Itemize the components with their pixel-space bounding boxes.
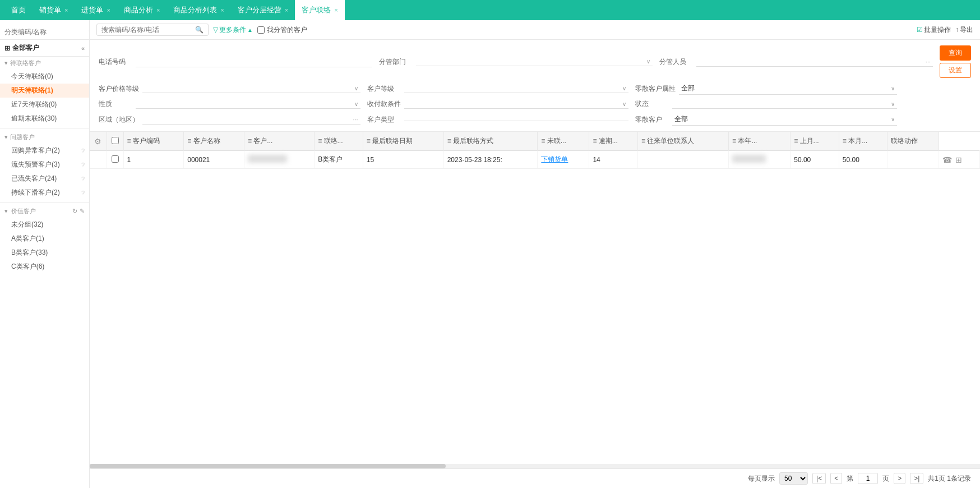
collapse-sidebar-icon[interactable]: « xyxy=(81,45,85,52)
grid-icon: ⊞ xyxy=(4,44,10,52)
close-product-list-icon[interactable]: × xyxy=(220,7,224,13)
sidebar-item-churned[interactable]: 已流失客户(24) ? xyxy=(0,172,89,186)
filter-payment-select[interactable]: ∨ xyxy=(404,100,629,109)
search-input[interactable] xyxy=(101,26,193,34)
sidebar-search-input[interactable] xyxy=(4,28,89,36)
td-contact-person xyxy=(729,151,791,169)
filter-status-select[interactable]: ∨ xyxy=(672,100,897,109)
filter-manager-select[interactable]: ··· xyxy=(696,57,933,67)
filter-row-3: 性质 ∨ 收付款条件 ∨ 状态 xyxy=(99,99,971,109)
table-row: 1 000021 B类客户 15 2023-05-23 18:25: 下销货单 xyxy=(90,151,980,169)
help-declining-icon[interactable]: ? xyxy=(81,190,85,196)
customer-name-blurred xyxy=(248,155,287,163)
filter-gender-select[interactable]: ∨ xyxy=(136,100,360,109)
retail-dropdown-icon: ∨ xyxy=(891,116,895,122)
help-churn-icon[interactable]: ? xyxy=(81,162,85,168)
td-contact-count: 15 xyxy=(363,151,443,169)
th-checkbox xyxy=(107,132,123,151)
set-button[interactable]: 设置 xyxy=(940,63,971,78)
sidebar-item-churn-warning[interactable]: 流失预警客户(3) ? xyxy=(0,158,89,172)
th-actions: 联络动作 xyxy=(887,132,939,151)
filter-dept-select[interactable]: ∨ xyxy=(416,57,653,66)
th-this-month: ≡ 本月... xyxy=(839,132,887,151)
all-customers-item[interactable]: ⊞ 全部客户 « xyxy=(0,40,89,57)
search-submit-icon[interactable]: 🔍 xyxy=(195,26,204,34)
filter-area-select[interactable]: ··· xyxy=(142,115,360,125)
close-sales-icon[interactable]: × xyxy=(64,7,68,13)
select-all-checkbox[interactable] xyxy=(112,137,119,144)
edit-value-icon[interactable]: ✎ xyxy=(80,208,85,215)
prev-page-btn[interactable]: < xyxy=(830,473,842,484)
filter-status: 状态 ∨ xyxy=(635,99,897,109)
more-conditions-btn[interactable]: ▽ 更多条件 ▲ xyxy=(213,25,253,35)
nav-home[interactable]: 首页 xyxy=(4,0,33,20)
nav-customer-contact[interactable]: 客户联络 × xyxy=(295,0,344,20)
filter-retail-select[interactable]: 全部 ∨ xyxy=(672,113,897,126)
filter-retail-attr-select[interactable]: 全部 ∨ xyxy=(679,82,897,95)
per-page-select[interactable]: 50 100 200 xyxy=(779,472,808,485)
filter-icon: ▽ xyxy=(213,26,218,34)
close-customer-contact-icon[interactable]: × xyxy=(334,7,338,13)
per-page-label: 每页显示 xyxy=(748,474,775,484)
my-customers-checkbox[interactable] xyxy=(257,26,265,34)
scrollbar-thumb[interactable] xyxy=(90,464,446,468)
filter-level-select[interactable]: ∨ xyxy=(404,84,629,93)
sidebar-search-wrap: 🔍 xyxy=(0,25,89,40)
td-last-month: 50.00 xyxy=(839,151,887,169)
td-code: 000021 xyxy=(184,151,244,169)
nav-purchase[interactable]: 进货单 × xyxy=(75,0,117,20)
last-page-btn[interactable]: >| xyxy=(910,473,923,484)
filter-type-select[interactable] xyxy=(404,118,629,121)
page-number-input[interactable] xyxy=(858,473,878,484)
table-body: 1 000021 B类客户 15 2023-05-23 18:25: 下销货单 xyxy=(90,151,980,169)
th-contact-count: ≡ 联络... xyxy=(315,132,363,151)
batch-op-btn[interactable]: ☑ 批量操作 xyxy=(917,25,951,35)
page-label: 第 xyxy=(847,474,853,484)
sidebar-item-overdue[interactable]: 逾期未联络(30) xyxy=(0,112,89,126)
sidebar-item-type-a[interactable]: A类客户(1) xyxy=(0,232,89,246)
close-purchase-icon[interactable]: × xyxy=(107,7,110,13)
td-uncontact: 14 xyxy=(589,151,638,169)
td-checkbox xyxy=(107,151,123,169)
close-product-analysis-icon[interactable]: × xyxy=(156,7,160,13)
filter-payment: 收付款条件 ∨ xyxy=(367,99,629,109)
table-scrollbar[interactable] xyxy=(90,464,980,468)
action-icons-wrap: ☎ ⊞ xyxy=(942,155,976,164)
td-this-month xyxy=(887,151,939,169)
sidebar-item-today[interactable]: 今天待联络(0) xyxy=(0,70,89,84)
sidebar-item-type-b[interactable]: B类客户(33) xyxy=(0,246,89,260)
export-btn[interactable]: ↑ 导出 xyxy=(955,25,973,35)
filter-phone-input[interactable] xyxy=(136,57,372,67)
area-more-icon[interactable]: ··· xyxy=(353,116,358,123)
th-contact-person: ≡ 往来单位联系人 xyxy=(638,132,729,151)
sidebar-item-tomorrow[interactable]: 明天待联络(1) xyxy=(0,84,89,98)
refresh-value-icon[interactable]: ↻ xyxy=(72,208,77,215)
help-repurchase-icon[interactable]: ? xyxy=(81,148,85,154)
sidebar-item-type-c[interactable]: C类客户(6) xyxy=(0,260,89,274)
sidebar-item-7days[interactable]: 近7天待联络(0) xyxy=(0,98,89,112)
table-settings-icon[interactable]: ⚙ xyxy=(94,137,101,146)
last-method-link[interactable]: 下销货单 xyxy=(541,155,568,163)
manager-more-icon[interactable]: ··· xyxy=(926,58,931,65)
main-content: 🔍 ▽ 更多条件 ▲ 我分管的客户 ☑ 批量操作 ↑ 导出 xyxy=(90,20,980,488)
first-page-btn[interactable]: |< xyxy=(812,473,826,484)
nav-sales[interactable]: 销货单 × xyxy=(33,0,75,20)
th-last-method: ≡ 最后联络方式 xyxy=(443,132,538,151)
row-checkbox[interactable] xyxy=(112,155,119,163)
sidebar-item-declining[interactable]: 持续下滑客户(2) ? xyxy=(0,186,89,200)
value-section-title: ▾ 价值客户 ↻ ✎ xyxy=(0,205,89,218)
sidebar-item-repurchase[interactable]: 回购异常客户(2) ? xyxy=(0,144,89,158)
phone-action-icon[interactable]: ☎ xyxy=(942,155,952,164)
help-churned-icon[interactable]: ? xyxy=(81,176,85,182)
close-customer-segment-icon[interactable]: × xyxy=(285,7,288,13)
grid-action-icon[interactable]: ⊞ xyxy=(955,155,962,164)
payment-dropdown-icon: ∨ xyxy=(622,101,626,107)
filter-price-select[interactable]: ∨ xyxy=(142,84,360,93)
nav-product-analysis-list[interactable]: 商品分析列表 × xyxy=(167,0,230,20)
next-page-btn[interactable]: > xyxy=(894,473,905,484)
nav-customer-segment[interactable]: 客户分层经营 × xyxy=(231,0,295,20)
nav-product-analysis[interactable]: 商品分析 × xyxy=(117,0,167,20)
query-button[interactable]: 查询 xyxy=(940,45,971,61)
sidebar-item-ungrouped[interactable]: 未分组(32) xyxy=(0,218,89,232)
td-name xyxy=(244,151,314,169)
